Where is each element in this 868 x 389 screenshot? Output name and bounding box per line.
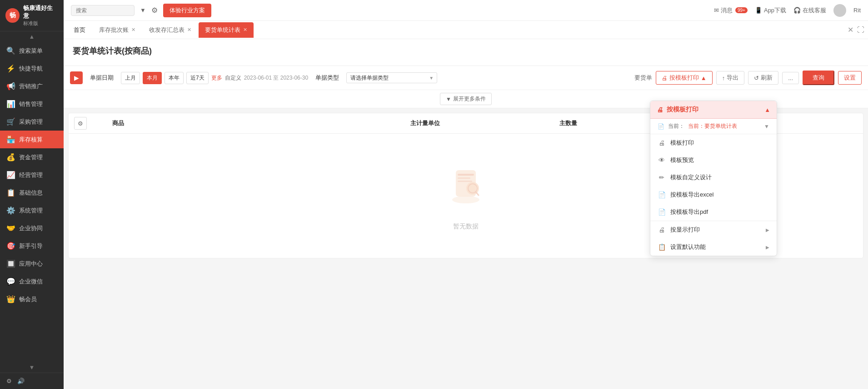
- search-icon: 🔍: [6, 46, 15, 55]
- sidebar-nav: 🔍 搜索菜单 ⚡ 快捷导航 📢 营销推广 📊 销售管理 🛒 采购管理 🏪 库存核…: [0, 42, 64, 362]
- scroll-down-btn[interactable]: ▼: [0, 362, 64, 373]
- trial-button[interactable]: 体验行业方案: [163, 4, 211, 17]
- avatar[interactable]: [833, 4, 846, 17]
- topbar-gear-icon[interactable]: ⚙: [151, 6, 158, 15]
- date-custom[interactable]: 自定义: [225, 74, 241, 82]
- app-logo: 畅 畅康通好生意 标准版: [0, 0, 64, 31]
- col-unit-header: 主计量单位: [410, 119, 559, 127]
- topbar-right: ✉ 消息 99+ 📱 App下载 🎧 在线客服 Rit: [714, 4, 861, 17]
- tab-home[interactable]: 首页: [67, 22, 92, 38]
- sidebar-item-sales[interactable]: 📊 销售管理: [0, 95, 64, 113]
- dropdown-item-template-preview[interactable]: 👁 模板预览: [650, 152, 777, 169]
- dropdown-item-display-print[interactable]: 🖨 按显示打印: [650, 221, 777, 238]
- app-name: 畅康通好生意: [23, 5, 58, 20]
- tabbar-right: ✕ ⛶: [848, 25, 864, 34]
- message-btn[interactable]: ✉ 消息 99+: [714, 6, 748, 15]
- sidebar-item-search[interactable]: 🔍 搜索菜单: [0, 42, 64, 60]
- refresh-btn[interactable]: ↺ 刷新: [748, 71, 778, 85]
- sidebar-item-quick-nav[interactable]: ⚡ 快捷导航: [0, 60, 64, 77]
- template-print-icon: 🖨: [658, 139, 666, 147]
- date-btn-7days[interactable]: 近7天: [186, 72, 209, 84]
- date-btn-this-year[interactable]: 本年: [165, 72, 184, 84]
- topbar-search-input[interactable]: [71, 5, 135, 16]
- set-default-label: 设置默认功能: [670, 243, 761, 251]
- tab-home-label: 首页: [74, 26, 85, 34]
- sidebar-item-inventory[interactable]: 🏪 库存核算: [0, 131, 64, 148]
- scroll-up-btn[interactable]: ▲: [0, 31, 64, 42]
- sidebar-item-label: 销售管理: [19, 100, 43, 108]
- sidebar-item-member[interactable]: 👑 畅会员: [0, 290, 64, 308]
- tab-batch-account[interactable]: 库存批次账 ✕: [93, 22, 142, 38]
- app-center-icon: 🔲: [6, 259, 15, 268]
- date-label: 单据日期: [90, 74, 114, 82]
- dropdown-item-template-custom[interactable]: ✏ 模板自定义设计: [650, 169, 777, 186]
- dropdown-item-export-pdf[interactable]: 📄 按模板导出pdf: [650, 203, 777, 221]
- export-label: 导出: [727, 74, 738, 82]
- sidebar-item-purchase[interactable]: 🛒 采购管理: [0, 113, 64, 131]
- sound-icon[interactable]: 🔊: [17, 378, 25, 384]
- sidebar-item-app-center[interactable]: 🔲 应用中心: [0, 255, 64, 273]
- tab-order-stats-close[interactable]: ✕: [243, 27, 247, 33]
- app-download-btn[interactable]: 📱 App下载: [755, 6, 786, 15]
- type-select[interactable]: 请选择单据类型: [346, 72, 437, 83]
- sidebar-item-marketing[interactable]: 📢 营销推广: [0, 77, 64, 95]
- sidebar-item-operations[interactable]: 📈 经营管理: [0, 166, 64, 184]
- template-custom-label: 模板自定义设计: [670, 173, 769, 182]
- tab-collection-summary[interactable]: 收发存汇总表 ✕: [143, 22, 198, 38]
- close-all-icon[interactable]: ✕: [848, 25, 853, 34]
- date-more[interactable]: 更多: [211, 74, 222, 82]
- sidebar-item-finance[interactable]: 💰 资金管理: [0, 148, 64, 166]
- svg-rect-3: [458, 177, 470, 179]
- sidebar-item-system[interactable]: ⚙️ 系统管理: [0, 202, 64, 219]
- type-select-wrapper: 请选择单据类型: [346, 72, 437, 83]
- sidebar-item-label: 系统管理: [19, 207, 43, 215]
- tab-collection-summary-close[interactable]: ✕: [187, 27, 191, 33]
- export-icon: ↑: [722, 75, 725, 81]
- date-btn-this-month[interactable]: 本月: [143, 72, 162, 84]
- page-title: 要货单统计表(按商品): [73, 45, 859, 56]
- svg-rect-4: [458, 181, 472, 182]
- filter-expand-btn[interactable]: ▶: [70, 71, 83, 84]
- export-btn[interactable]: ↑ 导出: [716, 71, 745, 85]
- dropdown-chevron-up[interactable]: ▲: [764, 106, 770, 113]
- member-icon: 👑: [6, 295, 15, 303]
- sidebar-item-guide[interactable]: 🎯 新手引导: [0, 237, 64, 255]
- dropdown-item-export-excel[interactable]: 📄 按模板导出excel: [650, 186, 777, 203]
- marketing-icon: 📢: [6, 82, 15, 91]
- tab-batch-account-close[interactable]: ✕: [131, 27, 135, 33]
- dropdown-title: 按模板打印: [667, 106, 698, 114]
- sidebar-item-enterprise[interactable]: 🤝 企业协同: [0, 219, 64, 237]
- more-btn[interactable]: ...: [782, 72, 799, 84]
- app-download-label: App下载: [764, 6, 786, 15]
- wechat-icon: 💬: [6, 277, 15, 286]
- sidebar-item-label: 资金管理: [19, 153, 43, 162]
- printer-icon: 🖨: [662, 75, 668, 81]
- sidebar-item-wechat[interactable]: 💬 企业微信: [0, 273, 64, 290]
- sidebar-item-label: 畅会员: [19, 295, 37, 303]
- column-settings-btn[interactable]: ⚙: [74, 117, 87, 130]
- online-service-btn[interactable]: 🎧 在线客服: [793, 6, 826, 15]
- settings-icon[interactable]: ⚙: [6, 378, 12, 384]
- print-template-btn[interactable]: 🖨 按模板打印 ▲: [656, 71, 713, 85]
- topbar-dropdown-arrow[interactable]: ▼: [140, 7, 146, 14]
- dropdown-item-set-default[interactable]: 📋 设置默认功能: [650, 238, 777, 256]
- tab-order-stats[interactable]: 要货单统计表 ✕: [199, 22, 254, 38]
- query-btn[interactable]: 查询: [803, 71, 834, 85]
- filter-main-row: ▶ 单据日期 上月 本月 本年 近7天 更多 自定义 2023-06-01 至 …: [64, 66, 868, 90]
- basic-info-icon: 📋: [6, 188, 15, 197]
- doc-icon: 📄: [658, 123, 664, 130]
- date-btn-last-month[interactable]: 上月: [121, 72, 140, 84]
- settings-btn[interactable]: 设置: [838, 71, 862, 85]
- sidebar-item-basic-info[interactable]: 📋 基础信息: [0, 184, 64, 202]
- current-template-arrow[interactable]: ▼: [764, 123, 769, 130]
- current-template-value: 当前：要货单统计表: [688, 122, 737, 130]
- app-version: 标准版: [23, 20, 58, 26]
- system-icon: ⚙️: [6, 206, 15, 215]
- maximize-icon[interactable]: ⛶: [857, 26, 864, 34]
- template-custom-icon: ✏: [658, 174, 666, 181]
- expand-more-btn[interactable]: ▼ 展开更多条件: [440, 93, 492, 105]
- refresh-label: 刷新: [761, 74, 773, 82]
- empty-text: 暂无数据: [453, 222, 479, 231]
- dropdown-item-template-print[interactable]: 🖨 模板打印: [650, 134, 777, 152]
- page-content: 要货单统计表(按商品) ▶ 单据日期 上月 本月 本年 近7天 更多 自定义 2…: [64, 39, 868, 389]
